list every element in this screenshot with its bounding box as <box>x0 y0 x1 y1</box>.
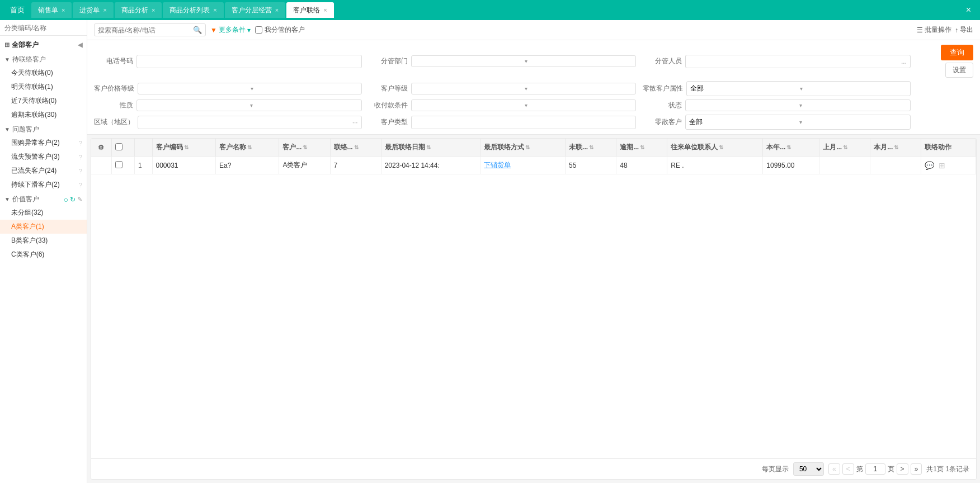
query-btn[interactable]: 查询 <box>941 45 973 60</box>
filter-manager-select[interactable]: ... <box>685 55 911 68</box>
col-index-header <box>135 139 152 157</box>
page-input[interactable] <box>865 463 885 475</box>
filter-phone-input[interactable] <box>136 55 362 68</box>
filter-region-select[interactable]: ··· <box>138 116 362 129</box>
value-group-refresh-icon[interactable]: ↻ <box>70 196 76 203</box>
nav-tab-sales[interactable]: 销售单 × <box>31 2 72 18</box>
nav-tab-purchase-close[interactable]: × <box>103 7 106 13</box>
first-page-btn[interactable]: « <box>828 463 840 475</box>
sidebar-search-input[interactable] <box>4 24 87 32</box>
last-page-btn[interactable]: » <box>911 463 922 475</box>
sidebar-item-churned[interactable]: 已流失客户(24) ? <box>0 164 87 178</box>
window-close-icon[interactable]: × <box>962 5 976 15</box>
filter-nature-select[interactable]: ▾ <box>136 100 362 111</box>
filter-retail-attr-select[interactable]: 全部 ▾ <box>686 81 911 96</box>
filter-nature-label: 性质 <box>94 101 133 110</box>
export-btn[interactable]: ↑ 导出 <box>955 25 973 35</box>
filter-retail-chevron: ▾ <box>799 119 907 125</box>
filter-region-ellipsis[interactable]: ··· <box>352 119 358 126</box>
row-checkbox-cell[interactable] <box>111 157 135 174</box>
setting-btn[interactable]: 设置 <box>945 63 973 78</box>
filter-my-customer[interactable]: 我分管的客户 <box>255 25 305 35</box>
nav-tab-purchase[interactable]: 进货单 × <box>73 2 113 18</box>
filter-manager-ellipsis[interactable]: ... <box>901 58 907 65</box>
filter-retail-attr-chevron: ▾ <box>800 86 907 92</box>
row-checkbox[interactable] <box>115 161 123 168</box>
filter-payment-select[interactable]: ▾ <box>411 100 637 111</box>
nav-tab-customer-contact-close[interactable]: × <box>323 7 327 13</box>
nav-tab-customer-segment-close[interactable]: × <box>275 7 279 13</box>
filter-my-customer-label: 我分管的客户 <box>265 25 305 35</box>
last-contact-way-link[interactable]: 下销货单 <box>484 161 511 169</box>
filter-payment-chevron: ▾ <box>525 102 632 108</box>
filter-price-grade-select[interactable]: ▾ <box>138 83 362 94</box>
sidebar-group-problem[interactable]: ▼ 问题客户 <box>0 122 87 136</box>
col-contact-count-header[interactable]: 联络...⇅ <box>330 139 381 157</box>
col-checkbox-header[interactable] <box>111 139 135 157</box>
col-customer-code-header[interactable]: 客户编码⇅ <box>152 139 215 157</box>
value-group-edit-icon[interactable]: ✎ <box>77 196 82 203</box>
row-action-cell: 💬 ⊞ <box>921 157 976 174</box>
sidebar-collapse-icon[interactable]: ◀ <box>78 41 82 49</box>
filter-customer-type-input[interactable] <box>411 116 637 129</box>
value-group-add-icon[interactable]: ○ <box>64 195 68 204</box>
col-overdue-header[interactable]: 逾期...⇅ <box>616 139 667 157</box>
filter-search-icon[interactable]: 🔍 <box>193 26 202 34</box>
row-grid-icon[interactable]: ⊞ <box>939 161 945 170</box>
table-scroll[interactable]: ⚙ 客户编码⇅ 客户名称⇅ 客户...⇅ <box>91 139 976 458</box>
prev-page-btn[interactable]: < <box>842 463 854 475</box>
col-customer-type-header[interactable]: 客户...⇅ <box>279 139 330 157</box>
nav-tab-analysis-list[interactable]: 商品分析列表 × <box>163 2 223 18</box>
col-customer-name-header[interactable]: 客户名称⇅ <box>215 139 279 157</box>
filter-more-btn[interactable]: ▼ 更多条件 ▾ <box>210 25 251 35</box>
col-settings[interactable]: ⚙ <box>91 139 111 157</box>
col-no-contact-header[interactable]: 未联...⇅ <box>566 139 616 157</box>
sidebar-item-c-class-label: C类客户(6) <box>11 250 44 259</box>
col-history-contact-header[interactable]: 往来单位联系人⇅ <box>667 139 763 157</box>
batch-op-btn[interactable]: ☰ 批量操作 <box>917 25 951 35</box>
row-customer-code-cell: 000031 <box>152 157 215 174</box>
query-setting-area: 查询 设置 <box>917 45 973 78</box>
sidebar-item-c-class[interactable]: C类客户(6) <box>0 248 87 262</box>
sidebar-item-7day-pending[interactable]: 近7天待联络(0) <box>0 94 87 108</box>
sidebar-item-overdue-pending[interactable]: 逾期未联络(30) <box>0 108 87 122</box>
nav-tab-analysis-close[interactable]: × <box>152 7 155 13</box>
filter-my-customer-checkbox[interactable] <box>255 26 262 34</box>
nav-tab-analysis-list-close[interactable]: × <box>213 7 216 13</box>
filter-status-select[interactable]: ▾ <box>685 100 911 111</box>
row-last-contact-way-cell[interactable]: 下销货单 <box>480 157 566 174</box>
col-name-sort-icon: ⇅ <box>247 144 252 150</box>
col-last-contact-way-header[interactable]: 最后联络方式⇅ <box>480 139 566 157</box>
nav-tab-customer-segment[interactable]: 客户分层经营 × <box>225 2 285 18</box>
sidebar-item-ungrouped[interactable]: 未分组(32) <box>0 206 87 220</box>
filter-customer-grade-select[interactable]: ▾ <box>411 83 637 94</box>
nav-tab-analysis[interactable]: 商品分析 × <box>115 2 162 18</box>
filter-retail-select[interactable]: 全部 ▾ <box>685 115 911 130</box>
next-page-btn[interactable]: > <box>897 463 908 475</box>
top-nav: 首页 销售单 × 进货单 × 商品分析 × 商品分析列表 × 客户分层经营 × … <box>0 0 980 20</box>
sidebar-item-tomorrow-pending[interactable]: 明天待联络(1) <box>0 80 87 94</box>
col-this-year-header[interactable]: 本年...⇅ <box>763 139 819 157</box>
select-all-checkbox[interactable] <box>115 143 123 150</box>
nav-tab-sales-close[interactable]: × <box>62 7 65 13</box>
sidebar-item-churn-warning[interactable]: 流失预警客户(3) ? <box>0 150 87 164</box>
nav-tab-customer-contact[interactable]: 客户联络 × <box>286 2 333 18</box>
sidebar-item-declining[interactable]: 持续下滑客户(2) ? <box>0 178 87 192</box>
sidebar-item-hoarding[interactable]: 囤购异常客户(2) ? <box>0 136 87 150</box>
filter-dept-select[interactable]: ▾ <box>411 55 637 67</box>
sidebar-item-a-class[interactable]: A类客户(1) <box>0 220 87 234</box>
sidebar-item-today-pending[interactable]: 今天待联络(0) <box>0 66 87 80</box>
col-this-month-header[interactable]: 本月...⇅ <box>870 139 921 157</box>
col-nocontact-sort-icon: ⇅ <box>589 144 593 150</box>
nav-home[interactable]: 首页 <box>4 2 30 18</box>
page-size-select[interactable]: 50 100 200 <box>793 462 824 476</box>
sidebar-group-pending[interactable]: ▼ 待联络客户 <box>0 52 87 66</box>
filter-search-input[interactable] <box>98 26 191 34</box>
sidebar-all-customers[interactable]: ⊞ 全部客户 ◀ <box>0 36 87 52</box>
sidebar-item-b-class[interactable]: B类客户(33) <box>0 234 87 248</box>
col-last-month-header[interactable]: 上月...⇅ <box>819 139 870 157</box>
col-last-contact-date-header[interactable]: 最后联络日期⇅ <box>381 139 480 157</box>
row-chat-icon[interactable]: 💬 <box>925 161 934 170</box>
sidebar-group-value[interactable]: ▼ 价值客户 ○ ↻ ✎ <box>0 192 87 206</box>
filter-customer-grade-label: 客户等级 <box>369 84 408 93</box>
